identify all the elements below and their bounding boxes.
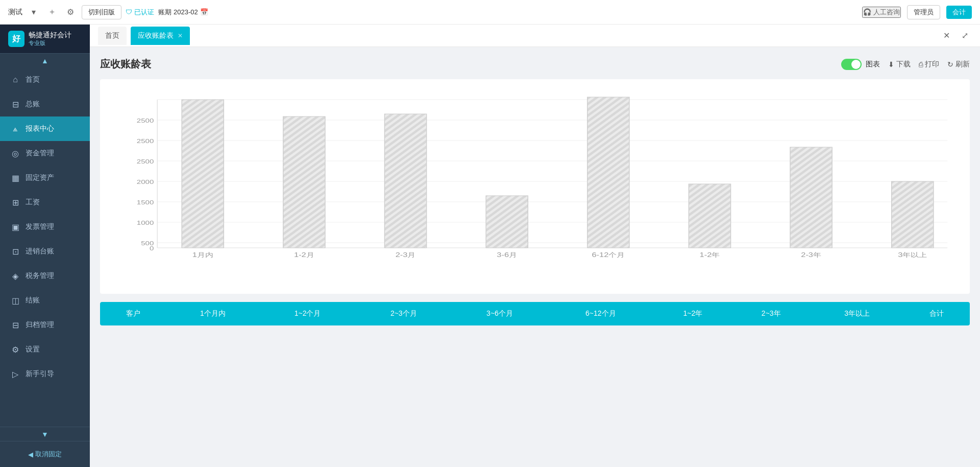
col-customer: 客户 (100, 302, 166, 325)
col-3plus-year: 3年以上 (810, 302, 903, 325)
sidebar-item-close[interactable]: ◫ 结账 (0, 288, 90, 313)
ledger-icon: ⊟ (10, 100, 20, 109)
pin-icon: ◀ (28, 451, 33, 458)
main-layout: 好 畅捷通好会计 专业版 ▲ ⌂ 首页 ⊟ 总账 ⟁ 报表中心 ◎ 资金管理 ▦… (0, 25, 980, 467)
svg-rect-30 (689, 184, 730, 248)
col-total: 合计 (904, 302, 970, 325)
svg-rect-32 (790, 147, 832, 248)
col-1-2year: 1~2年 (654, 302, 732, 325)
svg-text:1月内: 1月内 (192, 251, 213, 258)
svg-text:1000: 1000 (137, 220, 154, 226)
svg-text:1-2月: 1-2月 (294, 251, 314, 258)
sidebar-item-funds[interactable]: ◎ 资金管理 (0, 141, 90, 166)
svg-text:2500: 2500 (137, 118, 154, 124)
tab-receivable-aging[interactable]: 应收账龄表 ✕ (131, 27, 190, 45)
sidebar-item-invoices[interactable]: ▣ 发票管理 (0, 215, 90, 239)
service-btn[interactable]: 🎧 人工咨询 (862, 7, 901, 18)
col-6-12month: 6~12个月 (548, 302, 654, 325)
col-1month: 1个月内 (166, 302, 259, 325)
col-3-6month: 3~6个月 (452, 302, 548, 325)
logo-subtext: 专业版 (29, 39, 71, 47)
tab-home[interactable]: 首页 (98, 27, 127, 45)
sidebar-item-guide[interactable]: ▷ 新手引导 (0, 362, 90, 386)
tab-expand-btn[interactable]: ⤢ (958, 29, 972, 43)
sidebar-logo: 好 畅捷通好会计 专业版 (0, 25, 90, 53)
sidebar-item-label-funds: 资金管理 (26, 149, 54, 158)
svg-text:2500: 2500 (137, 158, 154, 165)
svg-text:1500: 1500 (137, 199, 154, 206)
sidebar-item-tax[interactable]: ◈ 税务管理 (0, 264, 90, 288)
certified-badge: 🛡 已认证 (126, 8, 154, 17)
col-2-3month: 2~3个月 (356, 302, 452, 325)
cancel-fixed-btn[interactable]: ◀ 取消固定 (0, 446, 90, 463)
sidebar-item-label-tax: 税务管理 (26, 271, 54, 281)
sidebar-nav: ⌂ 首页 ⊟ 总账 ⟁ 报表中心 ◎ 资金管理 ▦ 固定资产 ⊞ 工资 ▣ 发票… (0, 67, 90, 427)
close-icon: ◫ (10, 296, 20, 306)
svg-rect-28 (587, 97, 629, 248)
sidebar-item-payroll[interactable]: ⊞ 工资 (0, 190, 90, 215)
svg-text:2500: 2500 (137, 138, 154, 145)
tab-close-btn[interactable]: ✕ (178, 32, 183, 39)
logo-icon: 好 (8, 31, 24, 47)
svg-text:2-3月: 2-3月 (396, 251, 416, 258)
print-icon: ⎙ (919, 60, 923, 68)
sidebar-bottom: ◀ 取消固定 (0, 441, 90, 467)
download-icon: ⬇ (888, 60, 894, 68)
header-actions: 图表 ⬇ 下载 ⎙ 打印 ↻ 刷新 (841, 59, 970, 70)
sidebar-item-label-sales: 进销台账 (26, 247, 54, 256)
sidebar: 好 畅捷通好会计 专业版 ▲ ⌂ 首页 ⊟ 总账 ⟁ 报表中心 ◎ 资金管理 ▦… (0, 25, 90, 467)
download-btn[interactable]: ⬇ 下载 (888, 60, 911, 69)
svg-text:500: 500 (141, 240, 154, 247)
shield-icon: 🛡 (126, 8, 132, 16)
logo-text-wrap: 畅捷通好会计 专业版 (29, 31, 71, 47)
col-1-2month: 1~2个月 (260, 302, 356, 325)
sidebar-item-assets[interactable]: ▦ 固定资产 (0, 166, 90, 190)
guide-icon: ▷ (10, 369, 20, 379)
sidebar-item-archive[interactable]: ⊟ 归档管理 (0, 313, 90, 337)
admin-btn[interactable]: 管理员 (907, 5, 940, 19)
sidebar-item-ledger[interactable]: ⊟ 总账 (0, 92, 90, 116)
assets-icon: ▦ (10, 173, 20, 183)
sidebar-item-label-archive: 归档管理 (26, 320, 54, 330)
archive-icon: ⊟ (10, 320, 20, 330)
sidebar-item-label-invoices: 发票管理 (26, 222, 54, 231)
col-2-3year: 2~3年 (732, 302, 810, 325)
sidebar-scroll-up-btn[interactable]: ▲ (0, 53, 90, 67)
topbar-left: 测试 ▾ ＋ ⚙ 切到旧版 🛡 已认证 账期 2023-02 📅 (8, 5, 856, 19)
print-btn[interactable]: ⎙ 打印 (919, 60, 939, 69)
add-company-btn[interactable]: ＋ (45, 5, 59, 19)
chart-container: 0 500 1000 1500 2000 2500 2500 2500 (100, 79, 970, 294)
svg-text:1-2年: 1-2年 (700, 251, 720, 258)
company-dropdown-btn[interactable]: ▾ (27, 5, 41, 19)
svg-rect-24 (384, 114, 426, 248)
table-header-row: 客户 1个月内 1~2个月 2~3个月 3~6个月 6~12个月 1~2年 2~… (100, 302, 970, 325)
table-head: 客户 1个月内 1~2个月 2~3个月 3~6个月 6~12个月 1~2年 2~… (100, 302, 970, 325)
aging-table: 客户 1个月内 1~2个月 2~3个月 3~6个月 6~12个月 1~2年 2~… (100, 302, 970, 325)
sidebar-scroll-down-btn[interactable]: ▼ (0, 427, 90, 441)
tab-close-window-btn[interactable]: ✕ (939, 29, 953, 43)
page-title: 应收账龄表 (100, 57, 151, 71)
calendar-icon[interactable]: 📅 (200, 8, 208, 16)
sidebar-item-label-home: 首页 (26, 75, 40, 84)
sidebar-item-home[interactable]: ⌂ 首页 (0, 67, 90, 92)
sidebar-item-settings[interactable]: ⚙ 设置 (0, 337, 90, 362)
svg-rect-26 (486, 196, 528, 248)
svg-text:2000: 2000 (137, 179, 154, 185)
headset-icon: 🎧 (863, 8, 871, 16)
svg-rect-22 (283, 116, 325, 248)
chart-toggle[interactable] (841, 59, 862, 70)
accountant-btn[interactable]: 会计 (946, 6, 972, 19)
company-name: 测试 (8, 8, 22, 17)
svg-text:2-3年: 2-3年 (801, 251, 821, 258)
refresh-btn[interactable]: ↻ 刷新 (947, 60, 970, 69)
sidebar-item-sales[interactable]: ⊡ 进销台账 (0, 239, 90, 264)
refresh-icon: ↻ (947, 60, 953, 68)
page-content: 应收账龄表 图表 ⬇ 下载 ⎙ 打印 ↻ (90, 47, 980, 467)
switch-version-btn[interactable]: 切到旧版 (82, 5, 121, 19)
home-icon: ⌂ (10, 75, 20, 84)
settings-icon: ⚙ (10, 345, 20, 355)
sidebar-item-reports[interactable]: ⟁ 报表中心 (0, 116, 90, 141)
reports-icon: ⟁ (10, 124, 20, 133)
svg-text:6-12个月: 6-12个月 (592, 251, 625, 258)
settings-btn[interactable]: ⚙ (63, 5, 78, 19)
